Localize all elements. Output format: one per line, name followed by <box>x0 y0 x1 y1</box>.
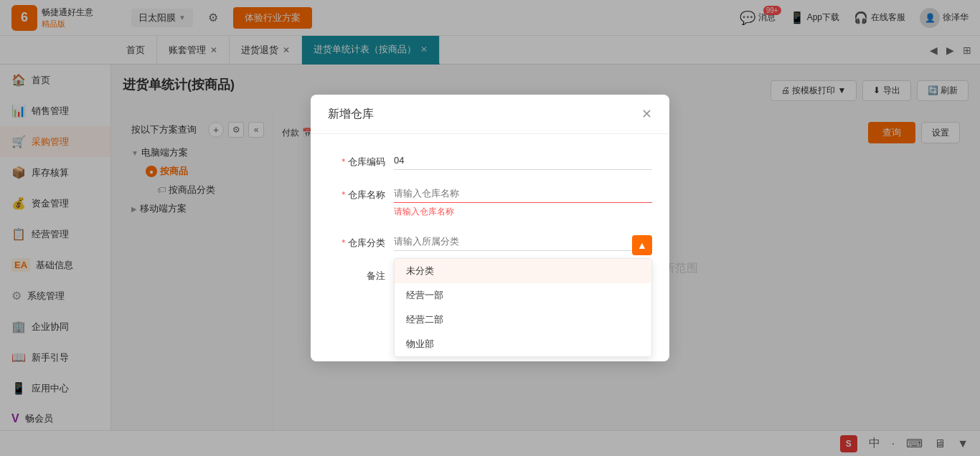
code-field-wrap <box>394 151 652 170</box>
category-dropdown: 未分类 经营一部 经营二部 物业部 <box>394 258 652 357</box>
warehouse-code-input[interactable] <box>394 151 652 170</box>
dialog-close-button[interactable]: ✕ <box>641 106 652 122</box>
dialog-header: 新增仓库 ✕ <box>311 95 669 134</box>
form-row-name: 仓库名称 请输入仓库名称 <box>328 184 652 218</box>
dialog-title: 新增仓库 <box>328 107 374 122</box>
category-select-wrap: ▲ 未分类 经营一部 经营二部 物业部 <box>394 232 652 251</box>
category-input[interactable] <box>394 232 652 251</box>
name-field-wrap: 请输入仓库名称 <box>394 184 652 218</box>
add-warehouse-dialog: 新增仓库 ✕ 仓库编码 仓库名称 请输入仓库名称 仓库分类 ▲ <box>311 95 669 361</box>
form-row-category: 仓库分类 ▲ 未分类 经营一部 经营二部 物业部 <box>328 232 652 251</box>
category-option-0[interactable]: 未分类 <box>395 259 651 283</box>
name-label: 仓库名称 <box>328 184 385 201</box>
remark-label: 备注 <box>328 265 385 282</box>
category-label: 仓库分类 <box>328 232 385 250</box>
name-error-msg: 请输入仓库名称 <box>394 206 652 218</box>
category-toggle-button[interactable]: ▲ <box>632 235 652 255</box>
warehouse-name-input[interactable] <box>394 184 652 203</box>
dialog-body: 仓库编码 仓库名称 请输入仓库名称 仓库分类 ▲ 未分类 经营一部 <box>311 134 669 315</box>
category-option-1[interactable]: 经营一部 <box>395 283 651 308</box>
code-label: 仓库编码 <box>328 151 385 168</box>
category-option-2[interactable]: 经营二部 <box>395 308 651 332</box>
form-row-code: 仓库编码 <box>328 151 652 170</box>
category-option-3[interactable]: 物业部 <box>395 332 651 356</box>
